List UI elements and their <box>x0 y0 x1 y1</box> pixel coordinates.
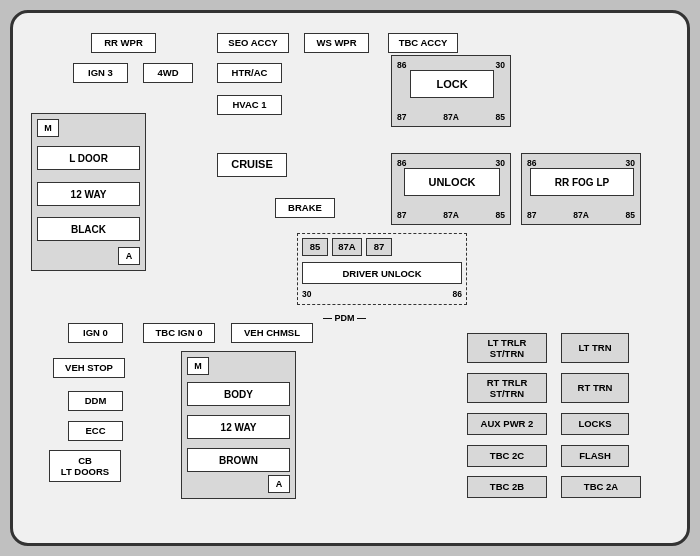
tbc-2b-box: TBC 2B <box>467 476 547 498</box>
tbc-ign0-box: TBC IGN 0 <box>143 323 215 343</box>
ldoor-block: M L DOOR 12 WAY BLACK A <box>31 113 146 271</box>
lock-relay-block: 86 30 LOCK 87 87A 85 <box>391 55 511 127</box>
hvac1-box: HVAC 1 <box>217 95 282 115</box>
unlock-87: 87 <box>397 210 406 220</box>
du-87: 87 <box>366 238 392 256</box>
fog-85: 85 <box>626 210 635 220</box>
body-brown: BROWN <box>187 448 290 472</box>
tbc-2c-box: TBC 2C <box>467 445 547 467</box>
body-m: M <box>187 357 209 375</box>
rt-trn-box: RT TRN <box>561 373 629 403</box>
unlock-85: 85 <box>496 210 505 220</box>
lock-86: 86 <box>397 60 406 70</box>
aux-pwr2-box: AUX PWR 2 <box>467 413 547 435</box>
body-a: A <box>268 475 290 493</box>
unlock-87a: 87A <box>443 210 459 220</box>
flash-box: FLASH <box>561 445 629 467</box>
lock-85: 85 <box>496 112 505 122</box>
ecc-box: ECC <box>68 421 123 441</box>
tbc-2a-box: TBC 2A <box>561 476 641 498</box>
pdm-label: — PDM — <box>323 313 366 323</box>
rr-wpr-box: RR WPR <box>91 33 156 53</box>
fog-86: 86 <box>527 158 536 168</box>
seo-accy-box: SEO ACCY <box>217 33 289 53</box>
unlock-30: 30 <box>496 158 505 168</box>
cruise-box: CRUISE <box>217 153 287 177</box>
rt-trlr-st-trn-box: RT TRLR ST/TRN <box>467 373 547 403</box>
lock-label: LOCK <box>410 70 494 98</box>
driver-unlock-block: 85 87A 87 DRIVER UNLOCK 30 86 <box>297 233 467 305</box>
locks-box: LOCKS <box>561 413 629 435</box>
ign0-box: IGN 0 <box>68 323 123 343</box>
ldoor-12way: 12 WAY <box>37 182 140 206</box>
unlock-label: UNLOCK <box>404 168 500 196</box>
veh-stop-box: VEH STOP <box>53 358 125 378</box>
veh-chmsl-box: VEH CHMSL <box>231 323 313 343</box>
unlock-relay-block: 86 30 UNLOCK 87 87A 85 <box>391 153 511 225</box>
lt-trn-box: LT TRN <box>561 333 629 363</box>
cb-lt-doors-box: CB LT DOORS <box>49 450 121 482</box>
lock-30: 30 <box>496 60 505 70</box>
ws-wpr-box: WS WPR <box>304 33 369 53</box>
driver-unlock-label: DRIVER UNLOCK <box>302 262 462 284</box>
4wd-box: 4WD <box>143 63 193 83</box>
ldoor-black: BLACK <box>37 217 140 241</box>
rr-fog-relay-block: 86 30 RR FOG LP 87 87A 85 <box>521 153 641 225</box>
lt-trlr-st-trn-box: LT TRLR ST/TRN <box>467 333 547 363</box>
tbc-accy-box: TBC ACCY <box>388 33 458 53</box>
brake-box: BRAKE <box>275 198 335 218</box>
fog-label: RR FOG LP <box>530 168 634 196</box>
htr-ac-box: HTR/AC <box>217 63 282 83</box>
ldoor-a: A <box>118 247 140 265</box>
unlock-86: 86 <box>397 158 406 168</box>
diagram-container: RR WPR SEO ACCY WS WPR TBC ACCY IGN 3 4W… <box>10 10 690 546</box>
du-30: 30 <box>302 289 311 299</box>
lock-87: 87 <box>397 112 406 122</box>
du-85: 85 <box>302 238 328 256</box>
du-87a: 87A <box>332 238 362 256</box>
ldoor-label: L DOOR <box>37 146 140 170</box>
ign3-box: IGN 3 <box>73 63 128 83</box>
fog-30: 30 <box>626 158 635 168</box>
body-block: M BODY 12 WAY BROWN A <box>181 351 296 499</box>
du-86: 86 <box>453 289 462 299</box>
fog-87: 87 <box>527 210 536 220</box>
body-12way: 12 WAY <box>187 415 290 439</box>
lock-87a: 87A <box>443 112 459 122</box>
fog-87a: 87A <box>573 210 589 220</box>
ddm-box: DDM <box>68 391 123 411</box>
body-label: BODY <box>187 382 290 406</box>
ldoor-m: M <box>37 119 59 137</box>
